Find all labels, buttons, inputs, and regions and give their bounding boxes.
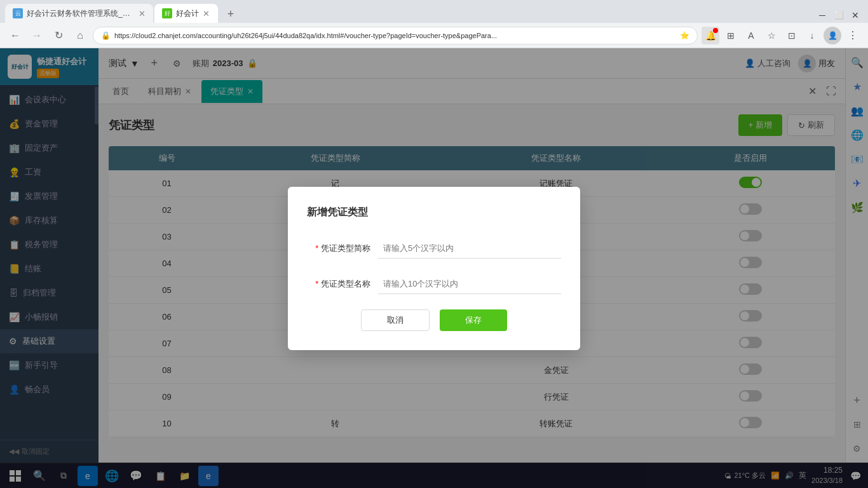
form-row-short: * 凭证类型简称 — [307, 238, 561, 259]
address-bar: ← → ↻ ⌂ 🔒 https://cloud2.chanjet.com/acc… — [0, 23, 868, 48]
ext-btn-5[interactable]: ⊡ — [783, 27, 801, 44]
modal-title: 新增凭证类型 — [307, 206, 561, 219]
reload-btn[interactable]: ↻ — [50, 27, 67, 44]
browser-tab-1[interactable]: 云 好会计云财务软件管理系统_会计 ✕ — [5, 4, 153, 23]
tab1-favicon: 云 — [13, 8, 23, 18]
home-btn[interactable]: ⌂ — [71, 27, 89, 44]
tab2-close[interactable]: ✕ — [203, 9, 210, 18]
modal: 新增凭证类型 * 凭证类型简称 * 凭证类型名称 取消 保存 — [288, 187, 580, 350]
restore-btn[interactable]: ⬜ — [831, 8, 846, 23]
minimize-btn[interactable]: ─ — [815, 8, 830, 23]
new-tab-btn[interactable]: + — [222, 5, 240, 23]
forward-btn[interactable]: → — [28, 27, 46, 44]
tab-bar: 云 好会计云财务软件管理系统_会计 ✕ 好 好会计 ✕ + ─ ⬜ ✕ — [0, 0, 868, 23]
short-name-input[interactable] — [378, 238, 561, 259]
back-btn[interactable]: ← — [6, 27, 24, 44]
modal-footer: 取消 保存 — [307, 309, 561, 331]
tab2-favicon: 好 — [162, 8, 172, 18]
close-window-btn[interactable]: ✕ — [848, 8, 863, 23]
ext-btn-3[interactable]: A — [742, 27, 760, 44]
ext-btn-1[interactable]: 🔔 — [702, 27, 719, 44]
profile-btn[interactable]: 👤 — [824, 27, 841, 44]
form-row-fullname: * 凭证类型名称 — [307, 274, 561, 294]
tab1-title: 好会计云财务软件管理系统_会计 — [27, 8, 135, 19]
ext-btn-6[interactable]: ↓ — [803, 27, 821, 44]
tab1-close[interactable]: ✕ — [139, 9, 146, 18]
url-bar[interactable]: 🔒 https://cloud2.chanjet.com/accounting/… — [93, 27, 698, 44]
browser-tab-2[interactable]: 好 好会计 ✕ — [154, 4, 218, 23]
full-name-label: * 凭证类型名称 — [307, 278, 370, 290]
tab2-title: 好会计 — [176, 8, 199, 19]
ext-btn-4[interactable]: ☆ — [763, 27, 780, 44]
modal-overlay: 新增凭证类型 * 凭证类型简称 * 凭证类型名称 取消 保存 — [0, 48, 868, 488]
ext-btn-2[interactable]: ⊞ — [722, 27, 740, 44]
short-name-label: * 凭证类型简称 — [307, 243, 370, 254]
menu-btn[interactable]: ⋮ — [844, 27, 862, 44]
browser-window: 云 好会计云财务软件管理系统_会计 ✕ 好 好会计 ✕ + ─ ⬜ ✕ ← → … — [0, 0, 868, 48]
cancel-button[interactable]: 取消 — [361, 309, 430, 331]
url-text: https://cloud2.chanjet.com/accounting/uh… — [114, 32, 676, 39]
save-button[interactable]: 保存 — [440, 309, 507, 331]
full-name-input[interactable] — [378, 274, 561, 294]
extensions-area: 🔔 ⊞ A ☆ ⊡ ↓ 👤 ⋮ — [702, 27, 862, 44]
